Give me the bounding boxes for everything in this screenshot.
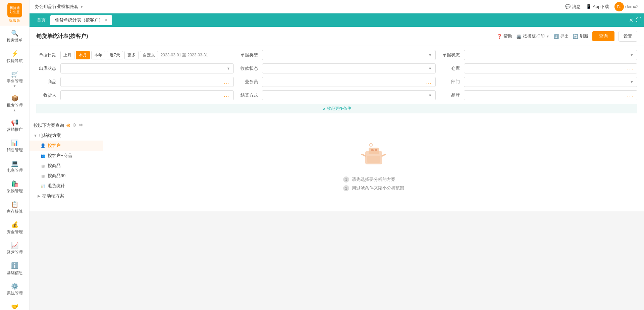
expand-icon: ▼ (13, 84, 16, 88)
maximize-icon[interactable]: ⛶ (636, 17, 641, 23)
warehouse-select[interactable]: ... (464, 63, 637, 73)
by-goods-label: 按商品 (48, 163, 61, 169)
doc-status-select[interactable]: ▼ (464, 50, 637, 60)
search-icon: 🔍 (11, 30, 18, 37)
sidebar-item-basic[interactable]: ℹ️ 基础信息 (0, 259, 29, 279)
sidebar-item-finance[interactable]: 💰 资金管理 (0, 218, 29, 238)
close-window-icon[interactable]: ✕ (629, 17, 633, 23)
ecommerce-icon: 💻 (11, 160, 18, 167)
by-customer-goods-icon: 👥 (40, 153, 46, 158)
date-last-month[interactable]: 上月 (60, 51, 74, 59)
svg-rect-3 (375, 149, 377, 151)
empty-tips: 1 请先选择要分析的方案 2 用过滤条件来缩小分析范围 (343, 176, 404, 191)
receiver-label: 收货人 (36, 92, 56, 98)
date-7days[interactable]: 近7天 (107, 51, 123, 59)
settlement-col: ▼ (262, 90, 435, 100)
tab-sales-stats[interactable]: 销货单统计表（按客户） × (50, 15, 112, 25)
sidebar-item-operation[interactable]: 📈 经营管理 (0, 238, 29, 259)
sidebar: 畅捷通好生意 标服版 🔍 搜索菜单 ⚡ 快捷导航 🛒 零售管理 ▼ 📦 批发管理… (0, 0, 30, 310)
by-goods99-icon: ▦ (40, 173, 46, 178)
sidebar-item-marketing[interactable]: 📢 营销推广 (0, 115, 29, 136)
logo-label: 标服版 (9, 18, 20, 23)
inventory-icon: 📋 (11, 201, 18, 208)
scheme-item-by-customer[interactable]: 👤 按客户 (30, 141, 103, 151)
add-scheme-icon[interactable]: ⊕ (66, 122, 70, 128)
salesman-select[interactable]: ... (262, 77, 435, 87)
by-customer-label: 按客户 (48, 143, 61, 149)
collapse-bar[interactable]: ∧ 收起更多条件 (36, 104, 637, 113)
date-more[interactable]: 更多 (124, 51, 139, 59)
brand-select[interactable]: ... (464, 90, 637, 100)
scheme-item-by-customer-goods[interactable]: 👥 按客户+商品 (30, 151, 103, 161)
by-goods99-label: 按商品99 (48, 173, 65, 179)
account-dropdown[interactable]: 办公用品行业模拟账套 ▼ (35, 4, 84, 10)
main-area: 办公用品行业模拟账套 ▼ 💬 消息 📱 App下载 Ea demo2 首页 销货… (30, 0, 644, 310)
sidebar-item-label: 搜索菜单 (7, 38, 23, 43)
sidebar-item-label: 营销推广 (7, 127, 23, 133)
help-button[interactable]: ❓ 帮助 (497, 33, 512, 39)
help-icon: ❓ (497, 34, 502, 39)
out-status-select[interactable]: ▼ (60, 63, 234, 73)
tab-home[interactable]: 首页 (32, 15, 50, 25)
out-status-arrow-icon: ▼ (226, 66, 230, 70)
receiver-select[interactable]: ... (60, 90, 234, 100)
sidebar-item-label: 资金管理 (7, 229, 23, 235)
company-icon: 🤝 (11, 303, 18, 310)
user-item[interactable]: Ea demo2 (614, 2, 639, 11)
scheme-group-mobile-label[interactable]: ▶ 移动端方案 (30, 191, 103, 201)
topbar-left: 办公用品行业模拟账套 ▼ (35, 4, 84, 10)
chevron-right-icon: ▶ (38, 194, 40, 198)
brand-dots: ... (627, 92, 634, 98)
dept-col: ▼ (464, 77, 637, 87)
scheme-item-by-goods[interactable]: ▦ 按商品 (30, 161, 103, 171)
page-title: 销货单统计表(按客户) (36, 33, 88, 44)
date-custom[interactable]: 自定义 (140, 51, 158, 59)
sidebar-item-quick[interactable]: ⚡ 快捷导航 (0, 47, 29, 67)
operation-icon: 📈 (11, 242, 18, 249)
refresh-button[interactable]: 🔄 刷新 (573, 33, 588, 39)
sidebar-item-purchase[interactable]: 🛍️ 采购管理 (0, 177, 29, 197)
account-name: 办公用品行业模拟账套 (35, 4, 78, 10)
doc-status-arrow-icon: ▼ (630, 53, 634, 57)
message-item[interactable]: 💬 消息 (565, 4, 581, 10)
setting-button[interactable]: 设置 (619, 31, 637, 42)
system-icon: ⚙️ (11, 282, 18, 290)
sidebar-item-wholesale[interactable]: 📦 批发管理 ▲ (0, 91, 29, 115)
sidebar-item-ecommerce[interactable]: 💻 电商管理 (0, 156, 29, 177)
page-content: 销货单统计表(按客户) ❓ 帮助 🖨️ 按模板打印 ▼ ⬇️ 导出 🔄 刷新 (30, 27, 644, 310)
print-button[interactable]: 🖨️ 按模板打印 ▼ (516, 33, 549, 39)
collapse-scheme-icon[interactable]: ≪ (78, 122, 84, 128)
message-icon: 💬 (565, 4, 571, 9)
scheme-group-pc-label[interactable]: ▼ 电脑端方案 (30, 131, 103, 141)
by-return-label: 退货统计 (48, 183, 65, 189)
sidebar-item-system[interactable]: ⚙️ 系统管理 (0, 279, 29, 300)
goods-dots: ... (224, 79, 230, 85)
sidebar-item-search[interactable]: 🔍 搜索菜单 (0, 26, 29, 47)
doc-type-select[interactable]: ▼ (262, 50, 435, 60)
refresh-icon: 🔄 (573, 34, 578, 39)
goods-select[interactable]: ... (60, 77, 234, 87)
settlement-select[interactable]: ▼ (262, 90, 435, 100)
receipt-status-col: ▼ (262, 63, 435, 73)
app-download-item[interactable]: 📱 App下载 (586, 4, 609, 10)
filter-row-1: 单据日期 上月 本月 本年 近7天 更多 自定义 2023-03-01 至 20… (36, 50, 637, 60)
date-this-year[interactable]: 本年 (91, 51, 105, 59)
expand-icon: ▲ (13, 108, 16, 112)
sidebar-item-company[interactable]: 🤝 企业协同 (0, 300, 29, 310)
sidebar-item-sales[interactable]: 📊 销售管理 (0, 136, 29, 156)
warehouse-col: ... (464, 63, 637, 73)
sidebar-item-retail[interactable]: 🛒 零售管理 ▼ (0, 67, 29, 91)
refresh-scheme-icon[interactable]: ⊙ (72, 122, 76, 128)
dept-select[interactable]: ▼ (464, 77, 637, 87)
print-label: 按模板打印 (523, 33, 545, 39)
finance-icon: 💰 (11, 221, 18, 228)
query-button[interactable]: 查询 (592, 31, 614, 41)
scheme-item-by-goods99[interactable]: ▦ 按商品99 (30, 171, 103, 181)
scheme-item-by-return[interactable]: 📊 退货统计 (30, 181, 103, 191)
tab-close-icon[interactable]: × (105, 18, 107, 22)
export-button[interactable]: ⬇️ 导出 (553, 33, 569, 39)
sidebar-item-inventory[interactable]: 📋 库存核算 (0, 197, 29, 218)
date-this-month[interactable]: 本月 (76, 51, 90, 59)
receipt-status-select[interactable]: ▼ (262, 63, 435, 73)
chevron-up-icon: ∧ (323, 106, 326, 111)
